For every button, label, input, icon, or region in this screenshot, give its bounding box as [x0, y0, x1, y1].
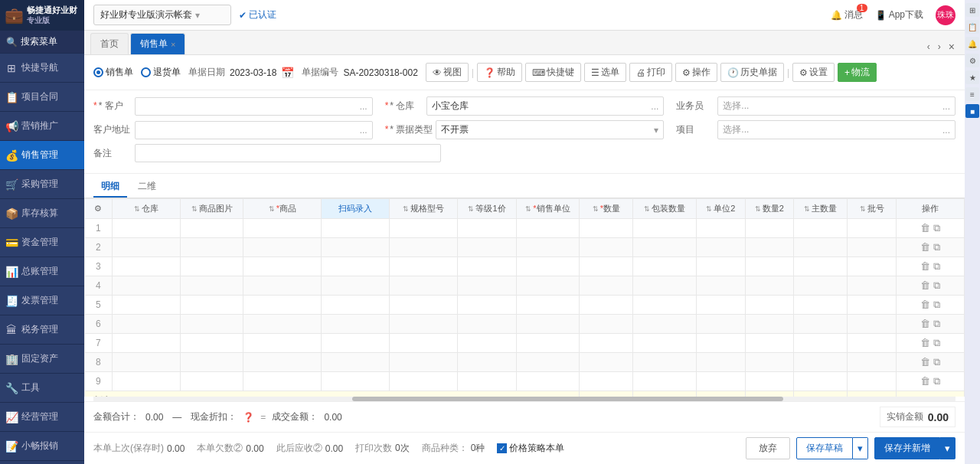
cell-8-7[interactable]: [580, 353, 633, 372]
row-delete-btn-7[interactable]: 🗑: [920, 337, 930, 349]
row-delete-btn-1[interactable]: 🗑: [920, 222, 930, 234]
cell-8-6[interactable]: [516, 353, 580, 372]
radio-return-order[interactable]: 退货单: [141, 66, 181, 79]
cell-3-12[interactable]: [848, 257, 897, 276]
row-copy-btn-6[interactable]: ⧉: [933, 318, 940, 330]
cell-6-7[interactable]: [580, 315, 633, 334]
row-copy-btn-7[interactable]: ⧉: [933, 337, 940, 349]
tab-prev-btn[interactable]: ‹: [923, 40, 934, 54]
right-panel-btn-3[interactable]: 🔔: [965, 37, 979, 51]
cell-8-8[interactable]: [633, 353, 697, 372]
cell-6-9[interactable]: [697, 315, 746, 334]
cell-9-0[interactable]: [112, 372, 180, 391]
cell-4-10[interactable]: [745, 276, 794, 296]
cell-1-12[interactable]: [848, 219, 897, 238]
cell-4-5[interactable]: [458, 276, 516, 296]
cell-9-1[interactable]: [180, 372, 243, 391]
view-btn[interactable]: 👁 视图: [426, 63, 469, 82]
cell-3-6[interactable]: [516, 257, 580, 276]
cell-9-3[interactable]: [322, 372, 390, 391]
sidebar-item-basic[interactable]: ℹ 基础信息: [0, 461, 84, 464]
cell-1-1[interactable]: [180, 219, 243, 238]
col-settings[interactable]: ⚙: [85, 199, 113, 219]
col-qty2[interactable]: ⇅数量2: [745, 199, 794, 219]
abandon-btn[interactable]: 放弃: [746, 437, 790, 459]
cell-6-10[interactable]: [745, 315, 794, 334]
messages-btn[interactable]: 🔔 消息 1: [831, 8, 863, 21]
cell-8-3[interactable]: [322, 353, 390, 372]
sidebar-item-report[interactable]: 📝 小畅报销: [0, 432, 84, 461]
cell-1-11[interactable]: [794, 219, 848, 238]
cell-7-12[interactable]: [848, 334, 897, 353]
tab-close-icon[interactable]: ×: [171, 40, 175, 49]
cell-8-0[interactable]: [112, 353, 180, 372]
col-qty[interactable]: ⇅*数量: [580, 199, 633, 219]
help-btn[interactable]: ❓ 帮助: [477, 63, 522, 82]
addr-more-icon[interactable]: ...: [360, 125, 368, 136]
add-material-btn[interactable]: + 物流: [838, 63, 877, 82]
cell-9-2[interactable]: [243, 372, 322, 391]
cell-2-5[interactable]: [458, 238, 516, 257]
cell-9-11[interactable]: [794, 372, 848, 391]
cell-2-3[interactable]: [322, 238, 390, 257]
cell-4-8[interactable]: [633, 276, 697, 296]
col-sales-unit[interactable]: ⇅*销售单位: [516, 199, 580, 219]
cell-4-7[interactable]: [580, 276, 633, 296]
cell-7-5[interactable]: [458, 334, 516, 353]
cell-5-7[interactable]: [580, 296, 633, 315]
cell-9-7[interactable]: [580, 372, 633, 391]
cell-1-5[interactable]: [458, 219, 516, 238]
salesperson-more-icon[interactable]: ...: [942, 101, 950, 112]
cell-5-5[interactable]: [458, 296, 516, 315]
cell-8-9[interactable]: [697, 353, 746, 372]
table-tab-detail[interactable]: 明细: [93, 177, 127, 198]
cell-7-7[interactable]: [580, 334, 633, 353]
cell-6-4[interactable]: [390, 315, 458, 334]
cell-1-8[interactable]: [633, 219, 697, 238]
cell-2-7[interactable]: [580, 238, 633, 257]
right-panel-btn-1[interactable]: ⊞: [965, 3, 979, 17]
cell-9-10[interactable]: [745, 372, 794, 391]
cell-9-5[interactable]: [458, 372, 516, 391]
sidebar-item-fixed-assets[interactable]: 🏢 固定资产: [0, 345, 84, 374]
cell-6-6[interactable]: [516, 315, 580, 334]
cell-6-11[interactable]: [794, 315, 848, 334]
user-avatar[interactable]: 珠珠: [936, 5, 956, 25]
sidebar-item-quick-nav[interactable]: ⊞ 快捷导航: [0, 54, 84, 83]
cell-5-9[interactable]: [697, 296, 746, 315]
row-delete-btn-5[interactable]: 🗑: [920, 299, 930, 311]
cell-2-4[interactable]: [390, 238, 458, 257]
sidebar-item-purchase[interactable]: 🛒 采购管理: [0, 170, 84, 199]
cell-7-3[interactable]: [322, 334, 390, 353]
row-delete-btn-4[interactable]: 🗑: [920, 279, 930, 292]
cell-3-11[interactable]: [794, 257, 848, 276]
cell-9-12[interactable]: [848, 372, 897, 391]
cell-2-1[interactable]: [180, 238, 243, 257]
cell-6-1[interactable]: [180, 315, 243, 334]
cell-5-1[interactable]: [180, 296, 243, 315]
cell-5-6[interactable]: [516, 296, 580, 315]
print-btn[interactable]: 🖨 打印: [629, 63, 672, 82]
cell-8-5[interactable]: [458, 353, 516, 372]
col-scan-input[interactable]: 扫码录入: [322, 199, 390, 219]
cell-8-12[interactable]: [848, 353, 897, 372]
cell-4-12[interactable]: [848, 276, 897, 296]
cell-3-1[interactable]: [180, 257, 243, 276]
cell-7-11[interactable]: [794, 334, 848, 353]
row-delete-btn-3[interactable]: 🗑: [920, 260, 930, 273]
history-btn[interactable]: 🕐 历史单据: [720, 63, 784, 82]
cell-2-2[interactable]: [243, 238, 322, 257]
tab-home[interactable]: 首页: [90, 33, 129, 54]
cell-1-3[interactable]: [322, 219, 390, 238]
cell-4-1[interactable]: [180, 276, 243, 296]
cell-7-8[interactable]: [633, 334, 697, 353]
project-input[interactable]: 选择... ...: [717, 120, 956, 139]
cell-1-4[interactable]: [390, 219, 458, 238]
cell-8-4[interactable]: [390, 353, 458, 372]
cell-2-6[interactable]: [516, 238, 580, 257]
col-pack-qty[interactable]: ⇅包装数量: [633, 199, 697, 219]
cell-2-11[interactable]: [794, 238, 848, 257]
horizontal-scrollbar[interactable]: [93, 397, 956, 401]
cell-3-8[interactable]: [633, 257, 697, 276]
row-copy-btn-8[interactable]: ⧉: [933, 356, 940, 368]
